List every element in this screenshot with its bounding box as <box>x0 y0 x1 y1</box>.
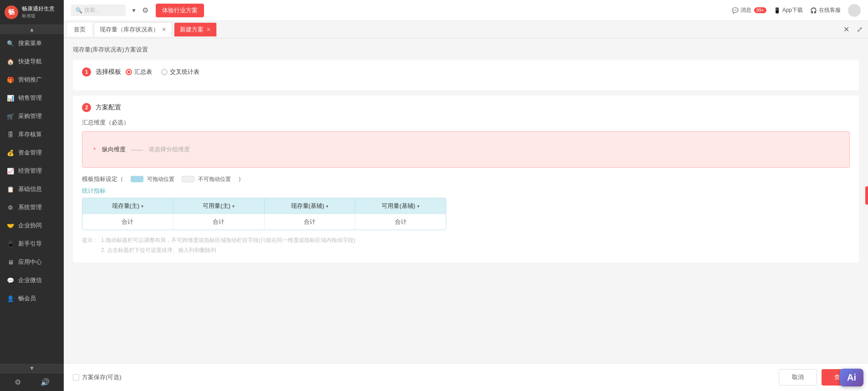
content-area: 现存量(库存状况表)方案设置 1 选择模板 汇总表 交叉统计表 <box>64 38 868 363</box>
metrics-section: 模板指标设定（ 可拖动位置 不可拖动位置 ） 统计指标 现存量 <box>82 175 850 230</box>
col-data-1: 合计 <box>174 214 265 230</box>
tab-new-scheme-close[interactable]: ✕ <box>206 26 211 33</box>
member-nav-icon: 👤 <box>6 294 15 303</box>
tab-home[interactable]: 首页 <box>67 23 92 36</box>
save-checkbox[interactable] <box>73 374 79 381</box>
tab-new-scheme-label: 新建方案 <box>180 26 204 34</box>
sidebar-item-shortcut[interactable]: 🏠 快捷导航 <box>0 52 64 71</box>
header-search[interactable]: 🔍 搜索... <box>71 5 126 16</box>
appcenter-nav-icon: 🖥 <box>6 258 15 266</box>
tab-expand-icon[interactable]: ⤢ <box>855 23 864 36</box>
volume-icon[interactable]: 🔊 <box>41 378 50 386</box>
message-icon: 💬 <box>732 7 739 14</box>
metrics-table: 现存量(主) ▾ 可用量(主) ▾ 现存量(基辅) ▾ 可用量(基辅) <box>82 198 446 230</box>
sidebar-scroll-up[interactable]: ▲ <box>0 25 64 34</box>
online-service-item[interactable]: 🎧 在线客服 <box>810 6 841 14</box>
app-logo: 畅 畅康通好生意 标准版 <box>0 0 64 25</box>
shortcut-nav-icon: 🏠 <box>6 57 15 66</box>
sidebar-scroll-down[interactable]: ▼ <box>0 364 64 373</box>
stats-title: 统计指标 <box>82 187 850 195</box>
legend-draggable-label: 可拖动位置 <box>147 175 174 183</box>
logo-icon: 畅 <box>5 5 18 19</box>
step1-header: 1 选择模板 汇总表 交叉统计表 <box>82 67 850 77</box>
gear-icon[interactable]: ⚙ <box>142 6 148 15</box>
sidebar-item-basicinfo[interactable]: 📋 基础信息 <box>0 180 64 198</box>
download-icon: 📱 <box>774 7 781 14</box>
sidebar-item-purchase[interactable]: 🛒 采购管理 <box>0 107 64 125</box>
metrics-header-row: 现存量(主) ▾ 可用量(主) ▾ 现存量(基辅) ▾ 可用量(基辅) <box>82 198 446 214</box>
col-chevron-3: ▾ <box>417 204 419 209</box>
sidebar-item-appcenter[interactable]: 🖥 应用中心 <box>0 253 64 271</box>
tip-item-0: 提示： 1.拖动标题栏可以调整布局，不可跨维度或指标区域拖动栏目字段(只能在同一… <box>82 236 850 246</box>
save-option-label: 方案保存(可选) <box>82 373 122 381</box>
sidebar-nav: 🔍 搜索菜单 🏠 快捷导航 🎁 营销推广 📊 销售管理 🛒 采购管理 🗄 库存核… <box>0 34 64 364</box>
service-icon: 🎧 <box>810 7 817 14</box>
col-data-2: 合计 <box>265 214 356 230</box>
right-resize-handle[interactable] <box>865 186 868 205</box>
radio-summary[interactable]: 汇总表 <box>126 68 152 76</box>
col-header-3[interactable]: 可用量(基辅) ▾ <box>355 198 446 214</box>
page-title: 现存量(库存状况表)方案设置 <box>73 46 859 54</box>
ai-badge[interactable]: Ai <box>840 369 863 386</box>
metrics-data-row: 合计 合计 合计 合计 <box>82 214 446 230</box>
sidebar-item-finance[interactable]: 💰 资金管理 <box>0 144 64 162</box>
sidebar-label-purchase: 采购管理 <box>18 112 42 120</box>
header-dropdown[interactable]: ▼ <box>131 7 137 14</box>
sidebar-label-inventory: 库存核算 <box>18 130 42 139</box>
tips-section: 提示： 1.拖动标题栏可以调整布局，不可跨维度或指标区域拖动栏目字段(只能在同一… <box>82 236 850 255</box>
legend-draggable-box <box>131 176 143 182</box>
app-download-label: App下载 <box>782 6 803 14</box>
marketing-nav-icon: 🎁 <box>6 76 15 84</box>
trial-button[interactable]: 体验行业方案 <box>156 4 204 17</box>
col-header-1[interactable]: 可用量(主) ▾ <box>174 198 265 214</box>
tab-inventory[interactable]: 现存量（库存状况表） ✕ <box>94 22 172 36</box>
sidebar-label-search: 搜索菜单 <box>18 39 42 47</box>
sidebar-item-newguide[interactable]: 📱 新手引导 <box>0 235 64 253</box>
col-header-2[interactable]: 现存量(基辅) ▾ <box>265 198 356 214</box>
step2-header: 2 方案配置 <box>82 103 850 112</box>
search-nav-icon: 🔍 <box>6 39 15 47</box>
sidebar-item-search[interactable]: 🔍 搜索菜单 <box>0 34 64 52</box>
tab-close-icon[interactable]: ✕ <box>842 23 851 36</box>
app-name: 畅康通好生意 <box>22 5 55 13</box>
sidebar-item-cooperation[interactable]: 🤝 企业协同 <box>0 216 64 235</box>
sidebar-item-system[interactable]: ⚙ 系统管理 <box>0 198 64 216</box>
sidebar-item-sales[interactable]: 📊 销售管理 <box>0 89 64 107</box>
tab-inventory-close[interactable]: ✕ <box>162 26 166 33</box>
sidebar-label-sales: 销售管理 <box>18 94 42 102</box>
sidebar-label-marketing: 营销推广 <box>18 76 42 84</box>
tab-inventory-label: 现存量（库存状况表） <box>100 26 159 34</box>
cancel-button[interactable]: 取消 <box>779 369 817 386</box>
sidebar-item-inventory[interactable]: 🗄 库存核算 <box>0 125 64 144</box>
sidebar-label-business: 经营管理 <box>18 167 42 175</box>
avatar[interactable] <box>848 4 861 17</box>
sidebar-label-basicinfo: 基础信息 <box>18 185 42 193</box>
col-chevron-2: ▾ <box>326 204 328 209</box>
step2-badge: 2 <box>82 103 91 112</box>
metrics-title-close: ） <box>238 175 244 183</box>
col-label-0: 现存量(主) <box>112 202 140 210</box>
dimension-row: * 纵向维度 —— 请选择分组维度 <box>93 145 190 154</box>
app-version: 标准版 <box>22 13 55 19</box>
step1-section: 1 选择模板 汇总表 交叉统计表 <box>73 60 859 90</box>
sidebar-item-wechat[interactable]: 💬 企业微信 <box>0 271 64 289</box>
dimension-label: 汇总维度（必选） <box>82 118 850 127</box>
sidebar-item-business[interactable]: 📈 经营管理 <box>0 162 64 180</box>
sidebar: 畅 畅康通好生意 标准版 ▲ 🔍 搜索菜单 🏠 快捷导航 🎁 营销推广 📊 销售… <box>0 0 64 391</box>
settings-icon[interactable]: ⚙ <box>15 378 21 386</box>
required-mark: * <box>93 146 96 153</box>
app-download-item[interactable]: 📱 App下载 <box>774 6 803 14</box>
sidebar-label-system: 系统管理 <box>18 203 42 211</box>
metrics-label: 模板指标设定（ 可拖动位置 不可拖动位置 ） <box>82 175 850 183</box>
sidebar-item-marketing[interactable]: 🎁 营销推广 <box>0 71 64 89</box>
sidebar-item-member[interactable]: 👤 畅会员 <box>0 289 64 308</box>
header-right: 💬 消息 99+ 📱 App下载 🎧 在线客服 <box>732 4 861 17</box>
tab-new-scheme[interactable]: 新建方案 ✕ <box>174 22 217 36</box>
radio-crosstab[interactable]: 交叉统计表 <box>161 68 199 76</box>
messages-item[interactable]: 💬 消息 99+ <box>732 6 766 14</box>
metrics-title-text: 模板指标设定（ <box>82 175 123 183</box>
col-label-2: 现存量(基辅) <box>291 202 325 210</box>
save-option[interactable]: 方案保存(可选) <box>73 373 122 381</box>
col-header-0[interactable]: 现存量(主) ▾ <box>82 198 174 214</box>
wechat-nav-icon: 💬 <box>6 276 15 284</box>
